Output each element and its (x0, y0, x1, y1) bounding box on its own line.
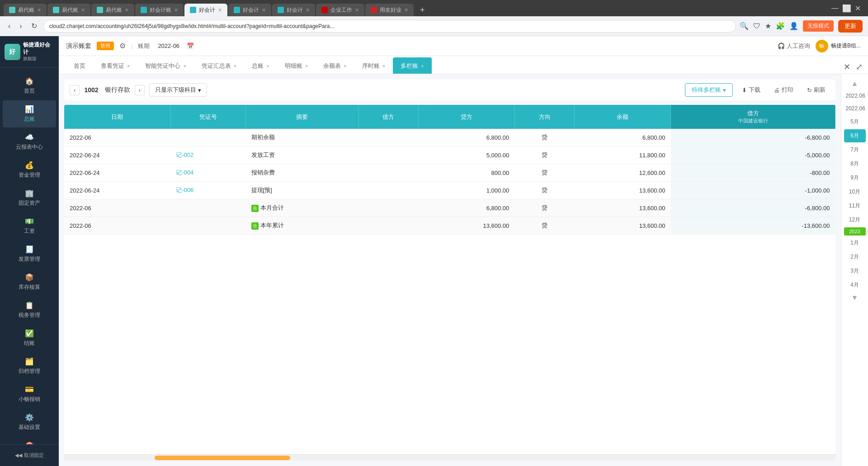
profile-icon[interactable]: 👤 (789, 22, 798, 30)
sidebar-item-cloud[interactable]: ☁️ 云报表中心 (3, 128, 56, 155)
tab-balance-sheet[interactable]: 余额表 × (316, 57, 354, 74)
sidebar-item-finance[interactable]: 💰 资金管理 (3, 156, 56, 184)
back-btn[interactable]: ‹ (5, 20, 13, 32)
refresh-btn[interactable]: ↻ 刷新 (802, 84, 830, 96)
download-btn[interactable]: ⬇ 下载 (737, 84, 765, 96)
tab-close-9[interactable]: ✕ (404, 7, 408, 13)
browser-tab-7[interactable]: 好会计 ✕ (272, 4, 315, 16)
sidebar-item-ledger[interactable]: 📊 总账 (3, 100, 56, 127)
tab-general-ledger[interactable]: 总账 × (244, 57, 277, 74)
browser-tab-2[interactable]: 易代账 ✕ (47, 4, 90, 16)
tab-journal[interactable]: 序时账 × (354, 57, 393, 74)
date-nav-2023-3[interactable]: 3月 (844, 264, 866, 278)
date-nav-2023-2[interactable]: 2月 (844, 250, 866, 264)
date-nav-10[interactable]: 10月 (844, 185, 866, 198)
tab-voucher[interactable]: 查看凭证 × (93, 57, 137, 74)
tab-close-voucher[interactable]: × (127, 63, 130, 69)
date-nav-12[interactable]: 12月 (844, 213, 866, 226)
date-nav-5[interactable]: 5月 (844, 115, 866, 128)
browser-tab-4[interactable]: 好会计账 ✕ (135, 4, 184, 16)
tab-close-5[interactable]: ✕ (218, 7, 222, 13)
tab-close-balance[interactable]: × (344, 63, 346, 69)
date-nav-8[interactable]: 8月 (844, 157, 866, 170)
browser-tab-1[interactable]: 易代账 ✕ (4, 4, 47, 16)
cell-extra: -6,800.00 (671, 129, 835, 146)
new-tab-btn[interactable]: + (415, 4, 430, 16)
date-nav-7[interactable]: 7月 (844, 143, 866, 156)
tab-close-multi[interactable]: × (421, 63, 424, 69)
prev-account-btn[interactable]: ‹ (70, 85, 80, 95)
sidebar-item-expense[interactable]: 💳 小畅报销 (3, 381, 56, 408)
consult-btn[interactable]: 🎧 人工咨询 (778, 42, 810, 50)
tab-close-smart[interactable]: × (183, 63, 186, 69)
tab-close-summary[interactable]: × (234, 63, 236, 69)
calendar-icon[interactable]: 📅 (187, 42, 194, 49)
date-nav-9[interactable]: 9月 (844, 171, 866, 184)
tab-close-journal[interactable]: × (382, 63, 385, 69)
expand-panel-btn[interactable]: ⤢ (854, 60, 864, 74)
refresh-browser-btn[interactable]: ↻ (28, 20, 40, 32)
bottom-scrollbar[interactable] (64, 454, 835, 461)
print-btn[interactable]: 🖨 打印 (769, 84, 798, 96)
voucher-link[interactable]: 记-006 (176, 187, 193, 193)
close-panel-btn[interactable]: ✕ (842, 60, 852, 74)
sidebar-item-payroll[interactable]: 💵 工资 (3, 212, 56, 240)
tab-close-7[interactable]: ✕ (306, 7, 310, 13)
date-nav-11[interactable]: 11月 (844, 199, 866, 212)
browser-tab-6[interactable]: 好会计 ✕ (228, 4, 271, 16)
sidebar-item-archive[interactable]: 🗂️ 归档管理 (3, 353, 56, 380)
browser-tab-9[interactable]: 用友好业 ✕ (365, 4, 414, 16)
date-nav-up[interactable]: ▲ (849, 78, 860, 89)
settings-gear-icon[interactable]: ⚙ (119, 42, 126, 50)
date-nav-2023-4[interactable]: 4月 (844, 278, 866, 292)
sidebar-item-assets[interactable]: 🏢 固定资产 (3, 184, 56, 212)
tab-detailed-ledger[interactable]: 明细账 × (277, 57, 316, 74)
next-account-btn[interactable]: › (135, 85, 145, 95)
voucher-link[interactable]: 记-002 (176, 151, 193, 158)
show-sub-btn[interactable]: 只显示下级科目 ▾ (149, 83, 207, 97)
sidebar-item-invoice[interactable]: 🧾 发票管理 (3, 240, 56, 268)
incognito-btn[interactable]: 无痕模式 (803, 20, 834, 32)
date-nav-down[interactable]: ▼ (849, 292, 860, 304)
sidebar-item-close-period[interactable]: ✅ 结账 (3, 325, 56, 352)
sidebar-item-guide[interactable]: 🎯 新手引导 (3, 437, 56, 444)
tab-close-4[interactable]: ✕ (174, 7, 178, 13)
extensions-icon[interactable]: 🧩 (776, 22, 785, 30)
star-icon[interactable]: ★ (765, 22, 771, 30)
address-input[interactable] (43, 20, 736, 33)
tab-voucher-summary[interactable]: 凭证汇总表 × (194, 57, 244, 74)
sidebar-item-tax[interactable]: 📋 税务管理 (3, 297, 56, 324)
tab-close-2[interactable]: ✕ (81, 7, 85, 13)
browser-tab-8[interactable]: 企业工作 ✕ (316, 4, 364, 16)
voucher-link[interactable]: 记-004 (176, 169, 193, 176)
tab-close-8[interactable]: ✕ (355, 7, 359, 13)
maximize-btn[interactable]: ⬜ (842, 4, 851, 13)
forward-btn[interactable]: › (17, 20, 24, 32)
date-nav-6[interactable]: 6月 (844, 129, 866, 142)
close-browser-btn[interactable]: ✕ (855, 4, 861, 13)
sidebar-item-home[interactable]: 🏠 首页 (3, 72, 56, 99)
shield-icon[interactable]: 🛡 (753, 22, 760, 30)
search-icon[interactable]: 🔍 (740, 22, 749, 30)
sidebar-item-settings[interactable]: ⚙️ 基础设置 (3, 409, 56, 436)
tab-close-1[interactable]: ✕ (37, 7, 41, 13)
date-nav-2022-06-top[interactable]: 2022.06 (844, 90, 866, 102)
unpin-btn[interactable]: ◀◀ 取消固定 (0, 448, 59, 462)
update-btn[interactable]: 更新 (838, 20, 863, 33)
minimize-btn[interactable]: — (831, 4, 839, 12)
tab-home[interactable]: 首页 (66, 57, 93, 74)
date-nav-2022-06-bot[interactable]: 2022.06 (844, 103, 866, 114)
tab-close-6[interactable]: ✕ (262, 7, 266, 13)
tab-multi-column[interactable]: 多栏账 × (393, 57, 431, 74)
browser-tab-5[interactable]: 好会计 ✕ (184, 4, 227, 16)
date-nav-2023-1[interactable]: 1月 (844, 236, 866, 249)
tab-close-detailed[interactable]: × (305, 63, 308, 69)
browser-tab-3[interactable]: 易代账 ✕ (91, 4, 134, 16)
tab-close-general[interactable]: × (266, 63, 269, 69)
cell-credit: 5,000.00 (419, 146, 515, 164)
scroll-thumb[interactable] (155, 456, 290, 460)
special-multi-col-btn[interactable]: 特殊多栏账 ▾ (685, 83, 733, 97)
tab-smart-voucher[interactable]: 智能凭证中心 × (137, 57, 193, 74)
sidebar-item-inventory[interactable]: 📦 库存核算 (3, 268, 56, 296)
tab-close-3[interactable]: ✕ (125, 7, 129, 13)
